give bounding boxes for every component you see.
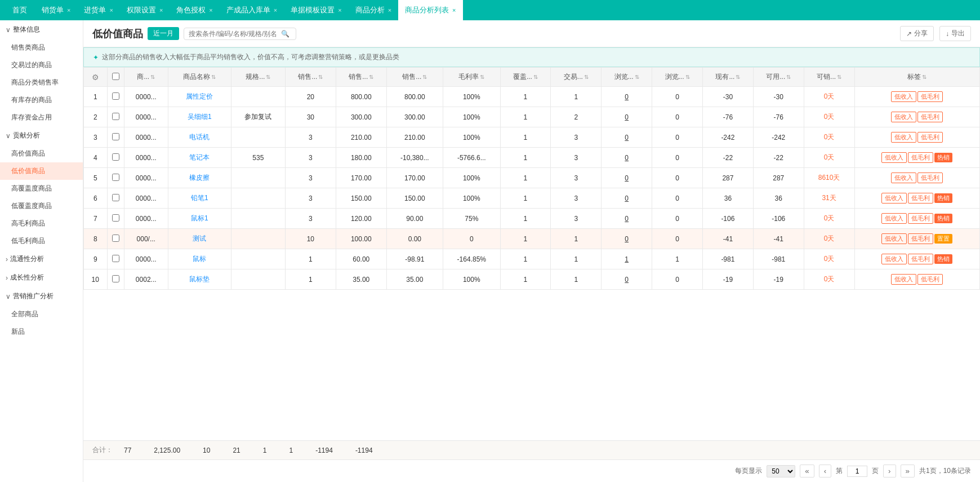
row-name[interactable]: 鼠标垫 — [168, 269, 231, 290]
nav-tab-3[interactable]: 权限设置 × — [120, 0, 170, 20]
browse-link[interactable]: 0 — [625, 235, 629, 243]
row-name[interactable]: 属性定价 — [168, 87, 231, 107]
nav-tab-6[interactable]: 单据模板设置 × — [284, 0, 348, 20]
per-page-select[interactable]: 50 100 200 — [767, 465, 795, 477]
export-button[interactable]: ↓ 导出 — [939, 26, 971, 41]
search-input[interactable] — [189, 30, 279, 38]
sidebar-item-stock-capital[interactable]: 库存资金占用 — [0, 109, 83, 126]
sidebar-item-all-goods[interactable]: 全部商品 — [0, 306, 83, 323]
row-current-stock: -41 — [702, 229, 753, 249]
browse-link[interactable]: 0 — [625, 93, 629, 101]
nav-tab-8[interactable]: 商品分析列表 × — [398, 0, 462, 20]
row-checkbox[interactable] — [112, 194, 119, 201]
row-name[interactable]: 测试 — [168, 229, 231, 249]
sort-available[interactable]: ⇅ — [786, 74, 791, 80]
sidebar-group-overall[interactable]: ∨ 整体信息 — [0, 20, 83, 39]
sort-sellable[interactable]: ⇅ — [837, 74, 841, 80]
sidebar-item-high-margin[interactable]: 高毛利商品 — [0, 215, 83, 232]
browse-link[interactable]: 0 — [625, 134, 629, 141]
row-checkbox-cell — [107, 269, 124, 290]
row-checkbox[interactable] — [112, 92, 119, 100]
close-tab-6[interactable]: × — [338, 7, 341, 14]
sort-coverage[interactable]: ⇅ — [533, 74, 538, 80]
row-name[interactable]: 鼠标1 — [168, 209, 231, 229]
sidebar-group-contribution[interactable]: ∨ 贡献分析 — [0, 126, 83, 145]
browse-link[interactable]: 0 — [625, 113, 629, 121]
table-wrapper[interactable]: ⚙ 商...⇅ 商品名称⇅ 规格...⇅ 销售...⇅ 销售...⇅ 销售...… — [83, 67, 980, 440]
sidebar-item-traded-goods[interactable]: 交易过的商品 — [0, 56, 83, 74]
search-icon[interactable]: 🔍 — [281, 30, 289, 38]
browse-link[interactable]: 0 — [625, 215, 629, 223]
row-checkbox[interactable] — [112, 113, 119, 120]
row-checkbox[interactable] — [112, 235, 119, 242]
sort-spec[interactable]: ⇅ — [266, 74, 270, 80]
sort-code[interactable]: ⇅ — [150, 74, 155, 80]
nav-tab-7[interactable]: 商品分析 × — [349, 0, 398, 20]
sidebar-item-high-coverage[interactable]: 高覆盖度商品 — [0, 180, 83, 197]
row-name[interactable]: 鼠标 — [168, 249, 231, 269]
nav-tab-4[interactable]: 角色授权 × — [170, 0, 219, 20]
nav-tab-1[interactable]: 销货单 × — [35, 0, 77, 20]
sidebar-group-growth[interactable]: › 成长性分析 — [0, 268, 83, 287]
last-page-button[interactable]: » — [901, 465, 915, 477]
close-tab-3[interactable]: × — [159, 7, 163, 14]
browse-link[interactable]: 0 — [625, 194, 629, 202]
sidebar-item-category-sales-rate[interactable]: 商品分类销售率 — [0, 74, 83, 91]
sort-browse2[interactable]: ⇅ — [685, 74, 690, 80]
table-row: 1 0000... 属性定价 20 800.00 800.00 100% 1 1… — [84, 87, 980, 107]
select-all-checkbox[interactable] — [112, 73, 119, 80]
col-sales-price: 销售...⇅ — [336, 68, 386, 87]
row-name[interactable]: 橡皮擦 — [168, 168, 231, 188]
close-tab-4[interactable]: × — [209, 7, 212, 14]
settings-icon[interactable]: ⚙ — [92, 73, 99, 82]
sidebar-item-high-value[interactable]: 高价值商品 — [0, 145, 83, 162]
first-page-button[interactable]: « — [800, 465, 814, 477]
row-sales-amount: 210.00 — [386, 127, 443, 148]
browse-link[interactable]: 0 — [625, 276, 629, 284]
nav-home[interactable]: 首页 — [5, 0, 35, 20]
browse-link[interactable]: 0 — [625, 174, 629, 182]
sort-name[interactable]: ⇅ — [211, 74, 216, 80]
close-tab-1[interactable]: × — [67, 7, 70, 14]
prev-page-button[interactable]: ‹ — [819, 465, 831, 477]
sidebar-item-low-margin[interactable]: 低毛利商品 — [0, 232, 83, 250]
row-name[interactable]: 笔记本 — [168, 148, 231, 168]
browse-link[interactable]: 1 — [625, 255, 629, 263]
sidebar-group-circulation[interactable]: › 流通性分析 — [0, 250, 83, 268]
sort-sales-qty[interactable]: ⇅ — [318, 74, 323, 80]
row-name[interactable]: 铅笔1 — [168, 188, 231, 209]
close-tab-2[interactable]: × — [109, 7, 113, 14]
close-tab-7[interactable]: × — [388, 7, 391, 14]
sidebar-item-new-goods[interactable]: 新品 — [0, 323, 83, 341]
sort-browse1[interactable]: ⇅ — [635, 74, 639, 80]
row-checkbox[interactable] — [112, 153, 119, 161]
nav-tab-5[interactable]: 产成品入库单 × — [220, 0, 284, 20]
nav-tab-2[interactable]: 进货单 × — [77, 0, 119, 20]
sort-sales-price[interactable]: ⇅ — [369, 74, 373, 80]
sidebar-group-marketing[interactable]: ∨ 营销推广分析 — [0, 287, 83, 306]
next-page-button[interactable]: › — [883, 465, 896, 477]
sidebar-item-low-value[interactable]: 低价值商品 — [0, 162, 83, 180]
row-checkbox[interactable] — [112, 133, 119, 140]
row-name[interactable]: 吴细细1 — [168, 107, 231, 127]
close-tab-8[interactable]: × — [452, 7, 456, 14]
sidebar-item-low-coverage[interactable]: 低覆盖度商品 — [0, 197, 83, 215]
page-number-input[interactable] — [847, 466, 867, 477]
col-settings[interactable]: ⚙ — [84, 68, 108, 87]
sidebar-item-sales-goods[interactable]: 销售类商品 — [0, 39, 83, 56]
row-checkbox[interactable] — [112, 275, 119, 282]
sort-transactions[interactable]: ⇅ — [584, 74, 589, 80]
close-tab-5[interactable]: × — [274, 7, 277, 14]
row-name[interactable]: 电话机 — [168, 127, 231, 148]
row-checkbox[interactable] — [112, 214, 119, 222]
time-filter-button[interactable]: 近一月 — [148, 27, 179, 40]
row-checkbox[interactable] — [112, 255, 119, 262]
sort-margin[interactable]: ⇅ — [480, 74, 484, 80]
browse-link[interactable]: 0 — [625, 154, 629, 162]
share-button[interactable]: ↗ 分享 — [900, 26, 934, 41]
sort-sales-amount[interactable]: ⇅ — [422, 74, 427, 80]
row-checkbox[interactable] — [112, 174, 119, 181]
sidebar-item-stock-goods[interactable]: 有库存的商品 — [0, 91, 83, 109]
sort-tags[interactable]: ⇅ — [922, 74, 926, 80]
sort-current-stock[interactable]: ⇅ — [736, 74, 740, 80]
